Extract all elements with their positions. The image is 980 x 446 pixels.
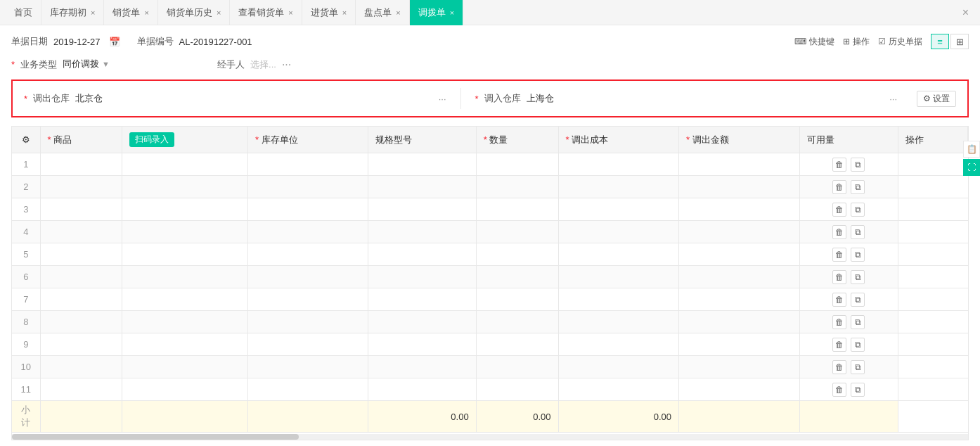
delete-row-button[interactable]: 🗑 bbox=[832, 248, 846, 262]
delete-row-button[interactable]: 🗑 bbox=[832, 383, 846, 397]
tab-view-sales[interactable]: 查看销货单 × bbox=[230, 0, 302, 25]
table-row: 7 🗑 ⧉ bbox=[12, 288, 968, 311]
warehouse-out-more-icon[interactable]: ··· bbox=[439, 94, 446, 104]
column-settings-header[interactable]: ⚙ bbox=[12, 127, 40, 153]
subtotal-amount-cell: 0.00 bbox=[558, 401, 679, 433]
product-cell[interactable] bbox=[40, 243, 122, 266]
ops-cell: 🗑 ⧉ bbox=[799, 333, 898, 356]
view-grid-button[interactable]: ⊞ bbox=[950, 34, 969, 49]
product-cell[interactable] bbox=[40, 356, 122, 378]
amount-cell bbox=[558, 288, 679, 311]
copy-row-button[interactable]: ⧉ bbox=[851, 248, 865, 262]
ops-cell: 🗑 ⧉ bbox=[799, 198, 898, 221]
product-cell[interactable] bbox=[40, 221, 122, 243]
product-cell[interactable] bbox=[40, 176, 122, 198]
spec-cell bbox=[247, 198, 368, 221]
table-row: 9 🗑 ⧉ bbox=[12, 333, 968, 356]
subtotal-ops-cell bbox=[799, 401, 898, 433]
window-close-button[interactable]: × bbox=[957, 6, 974, 19]
delete-row-button[interactable]: 🗑 bbox=[832, 293, 846, 307]
tab-transfer[interactable]: 调拨单 × bbox=[410, 0, 463, 25]
copy-row-button[interactable]: ⧉ bbox=[851, 315, 865, 329]
warehouse-out-label: 调出仓库 bbox=[33, 92, 70, 105]
shortcut-button[interactable]: ⌨ 快捷键 bbox=[794, 36, 834, 48]
tab-close-icon[interactable]: × bbox=[342, 8, 347, 17]
amount-cell bbox=[558, 311, 679, 333]
float-note-button[interactable]: 📋 bbox=[963, 141, 980, 158]
warehouse-in-more-icon[interactable]: ··· bbox=[889, 94, 897, 104]
available-cell bbox=[679, 153, 800, 176]
calendar-icon[interactable]: 📅 bbox=[109, 37, 120, 47]
warehouse-in-value[interactable]: 上海仓 bbox=[527, 92, 554, 105]
copy-row-button[interactable]: ⧉ bbox=[851, 360, 865, 374]
tab-sales-history[interactable]: 销货单历史 × bbox=[158, 0, 230, 25]
tab-stocktake[interactable]: 盘点单 × bbox=[356, 0, 409, 25]
cost-cell bbox=[476, 288, 558, 311]
settings-button[interactable]: ⚙ 设置 bbox=[917, 91, 956, 107]
product-cell[interactable] bbox=[40, 266, 122, 288]
tab-close-icon[interactable]: × bbox=[396, 8, 400, 17]
tab-home[interactable]: 首页 bbox=[6, 0, 41, 25]
delete-row-button[interactable]: 🗑 bbox=[832, 203, 846, 217]
delete-row-button[interactable]: 🗑 bbox=[832, 158, 846, 172]
column-unit-header: * 库存单位 bbox=[247, 127, 368, 153]
tab-inventory-init[interactable]: 库存期初 × bbox=[41, 0, 104, 25]
scan-button[interactable]: 扫码录入 bbox=[129, 132, 174, 147]
delete-row-button[interactable]: 🗑 bbox=[832, 270, 846, 284]
unit-cell bbox=[122, 266, 247, 288]
handler-input[interactable]: 选择... bbox=[250, 58, 276, 71]
quantity-cell bbox=[368, 176, 476, 198]
copy-row-button[interactable]: ⧉ bbox=[851, 383, 865, 397]
quantity-cell bbox=[368, 378, 476, 401]
warehouse-out-value[interactable]: 北京仓 bbox=[75, 92, 103, 105]
copy-row-button[interactable]: ⧉ bbox=[851, 158, 865, 172]
number-label: 单据编号 bbox=[137, 35, 174, 48]
date-value[interactable]: 2019-12-27 bbox=[53, 37, 101, 47]
unit-cell bbox=[122, 288, 247, 311]
product-cell[interactable] bbox=[40, 378, 122, 401]
cost-cell bbox=[476, 221, 558, 243]
product-cell[interactable] bbox=[40, 288, 122, 311]
subtotal-spec-cell bbox=[247, 401, 368, 433]
tab-close-icon[interactable]: × bbox=[144, 8, 148, 17]
table-row: 4 🗑 ⧉ bbox=[12, 221, 968, 243]
product-cell[interactable] bbox=[40, 198, 122, 221]
float-expand-button[interactable]: ⛶ bbox=[963, 159, 980, 176]
available-cell bbox=[679, 356, 800, 378]
copy-row-button[interactable]: ⧉ bbox=[851, 180, 865, 194]
row-number-cell: 10 bbox=[12, 356, 40, 378]
delete-row-button[interactable]: 🗑 bbox=[832, 360, 846, 374]
copy-row-button[interactable]: ⧉ bbox=[851, 203, 865, 217]
chevron-down-icon: ▼ bbox=[102, 60, 110, 68]
amount-cell bbox=[558, 198, 679, 221]
tab-label: 销货单 bbox=[112, 6, 140, 19]
amount-cell bbox=[558, 378, 679, 401]
amount-cell bbox=[558, 356, 679, 378]
available-cell bbox=[679, 198, 800, 221]
delete-row-button[interactable]: 🗑 bbox=[832, 315, 846, 329]
history-button[interactable]: ☑ 历史单据 bbox=[878, 36, 922, 48]
handler-more-icon[interactable]: ··· bbox=[282, 58, 291, 71]
tab-close-icon[interactable]: × bbox=[450, 8, 454, 17]
view-list-button[interactable]: ≡ bbox=[931, 34, 949, 49]
unit-cell bbox=[122, 333, 247, 356]
copy-row-button[interactable]: ⧉ bbox=[851, 338, 865, 352]
product-cell[interactable] bbox=[40, 333, 122, 356]
copy-row-button[interactable]: ⧉ bbox=[851, 225, 865, 239]
copy-row-button[interactable]: ⧉ bbox=[851, 270, 865, 284]
tab-sales[interactable]: 销货单 × bbox=[104, 0, 157, 25]
product-cell[interactable] bbox=[40, 153, 122, 176]
tab-close-icon[interactable]: × bbox=[217, 8, 221, 17]
delete-row-button[interactable]: 🗑 bbox=[832, 338, 846, 352]
delete-row-button[interactable]: 🗑 bbox=[832, 225, 846, 239]
business-type-select[interactable]: 同价调拨 ▼ bbox=[63, 58, 175, 71]
quantity-cell bbox=[368, 356, 476, 378]
delete-row-button[interactable]: 🗑 bbox=[832, 180, 846, 194]
tab-close-icon[interactable]: × bbox=[288, 8, 292, 17]
horizontal-scrollbar[interactable] bbox=[12, 434, 968, 440]
tab-close-icon[interactable]: × bbox=[91, 8, 95, 17]
tab-purchase[interactable]: 进货单 × bbox=[302, 0, 356, 25]
product-cell[interactable] bbox=[40, 311, 122, 333]
copy-row-button[interactable]: ⧉ bbox=[851, 293, 865, 307]
operation-button[interactable]: ⊞ 操作 bbox=[843, 36, 870, 48]
